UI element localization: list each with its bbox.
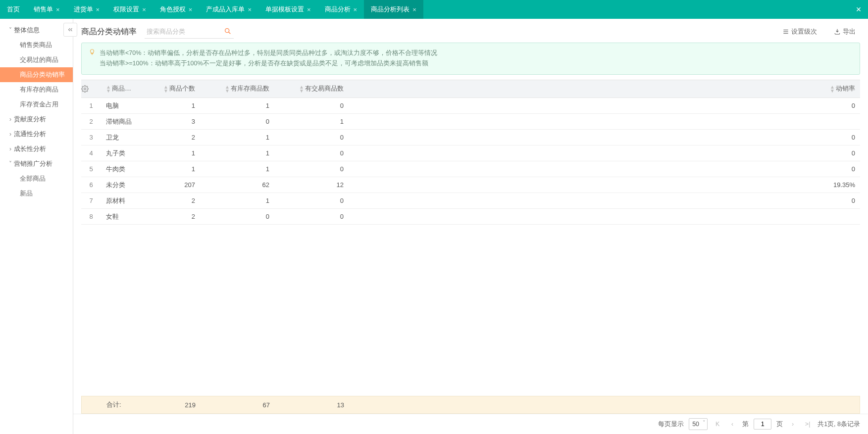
top-tab-bar: 首页销售单×进货单×权限设置×角色授权×产成品入库单×单据模板设置×商品分析×商… bbox=[0, 0, 868, 19]
col-rate[interactable]: ▲▼动销率 bbox=[349, 80, 860, 98]
page-label-a: 第 bbox=[742, 420, 749, 429]
table-row[interactable]: 5牛肉类1100 bbox=[81, 161, 860, 177]
hint-box: 当动销率<70%：动销率偏低，分析是否存在品种过多，特别是同质同类品种过多，或淘… bbox=[81, 43, 860, 75]
tab-首页[interactable]: 首页 bbox=[0, 0, 27, 19]
set-level-button[interactable]: 设置级次 bbox=[778, 25, 821, 39]
table-row[interactable]: 2滞销商品301 bbox=[81, 114, 860, 130]
tab-权限设置[interactable]: 权限设置× bbox=[106, 0, 153, 19]
sidebar-group-整体信息[interactable]: ˅整体信息 bbox=[0, 23, 73, 38]
totals-label: 合计: bbox=[102, 400, 146, 409]
tab-商品分析[interactable]: 商品分析× bbox=[318, 0, 364, 19]
page-number-input[interactable] bbox=[754, 419, 771, 430]
col-stock[interactable]: ▲▼有库存商品数 bbox=[200, 80, 274, 98]
tab-close-icon[interactable]: × bbox=[56, 6, 60, 13]
tab-close-icon[interactable]: × bbox=[307, 6, 311, 13]
col-category[interactable]: ▲▼商品… bbox=[101, 80, 146, 98]
tab-角色授权[interactable]: 角色授权× bbox=[153, 0, 200, 19]
sidebar-item-交易过的商品[interactable]: 交易过的商品 bbox=[0, 52, 73, 67]
sidebar-item-商品分类动销率[interactable]: 商品分类动销率 bbox=[0, 67, 73, 82]
chevron-right-icon: › bbox=[7, 131, 14, 138]
lightbulb-icon bbox=[89, 48, 96, 69]
sidebar-group-营销推广分析[interactable]: ˅营销推广分析 bbox=[0, 156, 73, 171]
page-first-button[interactable]: K bbox=[713, 419, 722, 429]
col-count[interactable]: ▲▼商品个数 bbox=[146, 80, 200, 98]
tab-close-icon[interactable]: × bbox=[142, 6, 146, 13]
totals-count: 219 bbox=[146, 401, 201, 409]
table-row[interactable]: 3卫龙2100 bbox=[81, 130, 860, 145]
sidebar-group-流通性分析[interactable]: ›流通性分析 bbox=[0, 127, 73, 142]
sidebar-item-销售类商品[interactable]: 销售类商品 bbox=[0, 38, 73, 52]
chevron-right-icon: › bbox=[7, 116, 14, 123]
sort-icon: ▲▼ bbox=[163, 85, 168, 93]
page-summary: 共1页, 8条记录 bbox=[817, 420, 860, 429]
table-row[interactable]: 6未分类207621219.35% bbox=[81, 177, 860, 193]
table-row[interactable]: 4丸子类1100 bbox=[81, 145, 860, 161]
page-next-button[interactable]: › bbox=[788, 419, 798, 429]
gear-icon bbox=[81, 85, 101, 93]
sidebar: ˅整体信息销售类商品交易过的商品商品分类动销率有库存的商品库存资金占用›贡献度分… bbox=[0, 19, 73, 434]
tab-close-icon[interactable]: × bbox=[412, 6, 416, 13]
export-button[interactable]: 导出 bbox=[829, 25, 860, 39]
sort-icon: ▲▼ bbox=[830, 85, 835, 93]
tab-产成品入库单[interactable]: 产成品入库单× bbox=[199, 0, 258, 19]
page-title: 商品分类动销率 bbox=[81, 27, 137, 37]
chevron-right-icon: › bbox=[7, 145, 14, 152]
sort-icon: ▲▼ bbox=[225, 85, 230, 93]
pagination: 每页显示 50 K ‹ 第 页 › >| 共1页, 8条记录 bbox=[73, 414, 868, 434]
chevron-down-icon: ˅ bbox=[7, 27, 14, 34]
page-last-button[interactable]: >| bbox=[803, 419, 813, 429]
tab-close-icon[interactable]: × bbox=[96, 6, 100, 13]
page-prev-button[interactable]: ‹ bbox=[727, 419, 737, 429]
totals-trade: 13 bbox=[275, 401, 349, 409]
data-table: ▲▼商品… ▲▼商品个数 ▲▼有库存商品数 ▲▼有交易商品数 ▲▼动销率 1电脑… bbox=[81, 80, 860, 225]
table-row[interactable]: 1电脑1100 bbox=[81, 98, 860, 114]
svg-point-0 bbox=[225, 29, 229, 33]
hint-line-1: 当动销率<70%：动销率偏低，分析是否存在品种过多，特别是同质同类品种过多，或淘… bbox=[100, 48, 437, 58]
sidebar-group-贡献度分析[interactable]: ›贡献度分析 bbox=[0, 112, 73, 127]
tab-商品分析列表[interactable]: 商品分析列表× bbox=[364, 0, 423, 19]
sidebar-collapse-button[interactable] bbox=[63, 23, 77, 37]
sidebar-item-新品[interactable]: 新品 bbox=[0, 186, 73, 201]
topbar-close-button[interactable]: × bbox=[849, 0, 868, 19]
totals-stock: 67 bbox=[201, 401, 275, 409]
page-label-b: 页 bbox=[776, 420, 783, 429]
svg-point-5 bbox=[84, 88, 86, 90]
tab-close-icon[interactable]: × bbox=[189, 6, 193, 13]
search-icon[interactable] bbox=[224, 27, 232, 35]
sort-icon: ▲▼ bbox=[299, 85, 304, 93]
column-settings[interactable] bbox=[81, 80, 101, 98]
page-header: 商品分类动销率 设置级次 导出 bbox=[73, 19, 868, 43]
hint-line-2: 当动销率>=100%：动销率高于100%不一定是好事，分析是否存在缺货或是品类不… bbox=[100, 58, 437, 69]
sidebar-item-全部商品[interactable]: 全部商品 bbox=[0, 171, 73, 186]
search-input[interactable] bbox=[145, 25, 234, 39]
svg-line-1 bbox=[229, 32, 231, 34]
per-page-select[interactable]: 50 bbox=[689, 418, 708, 430]
tab-close-icon[interactable]: × bbox=[248, 6, 252, 13]
chevron-left-double-icon bbox=[67, 26, 74, 33]
col-trade[interactable]: ▲▼有交易商品数 bbox=[274, 80, 349, 98]
totals-row: 合计: 219 67 13 bbox=[81, 396, 860, 414]
tab-单据模板设置[interactable]: 单据模板设置× bbox=[258, 0, 318, 19]
list-icon bbox=[782, 28, 789, 35]
sidebar-item-有库存的商品[interactable]: 有库存的商品 bbox=[0, 82, 73, 97]
table-row[interactable]: 7原材料2100 bbox=[81, 193, 860, 209]
chevron-down-icon: ˅ bbox=[7, 160, 14, 167]
per-page-label: 每页显示 bbox=[658, 420, 684, 429]
sort-icon: ▲▼ bbox=[106, 85, 111, 93]
sidebar-item-库存资金占用[interactable]: 库存资金占用 bbox=[0, 97, 73, 112]
export-icon bbox=[834, 28, 841, 35]
tab-销售单[interactable]: 销售单× bbox=[27, 0, 67, 19]
tab-进货单[interactable]: 进货单× bbox=[67, 0, 107, 19]
tab-close-icon[interactable]: × bbox=[354, 6, 357, 13]
table-row[interactable]: 8女鞋200 bbox=[81, 209, 860, 225]
sidebar-group-成长性分析[interactable]: ›成长性分析 bbox=[0, 142, 73, 156]
